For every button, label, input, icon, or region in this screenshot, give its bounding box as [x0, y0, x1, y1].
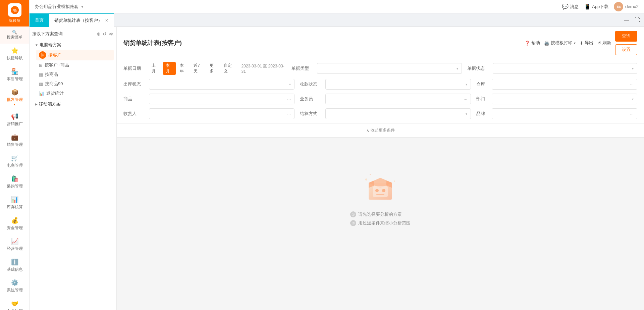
date-tab-custom[interactable]: 自定义: [221, 62, 237, 75]
goods-label: 商品: [123, 96, 144, 102]
collapse-button[interactable]: ∧ 收起更多条件: [362, 126, 399, 135]
filter-row-3: 商品 ··· 业务员 ··· 部门 ▾: [123, 94, 637, 104]
svg-point-11: [394, 180, 395, 182]
wholesale-icon: 📦: [11, 89, 18, 96]
warehouse-more-icon: ···: [630, 82, 634, 87]
tree-group-desktop-label[interactable]: ▼ 电脑端方案: [32, 40, 114, 50]
print-btn[interactable]: 🖨️ 按模板打印 ▾: [544, 40, 576, 46]
settlement-label: 结算方式: [300, 111, 320, 117]
receipt-status-label: 收款状态: [300, 81, 320, 87]
sidebar-item-marketing[interactable]: 📢 营销推广: [0, 109, 29, 130]
out-status-control[interactable]: ▾: [149, 79, 294, 90]
order-status-control[interactable]: ▾: [493, 63, 637, 74]
tree-item-by-goods[interactable]: ▦ 按商品: [36, 70, 114, 79]
svg-rect-6: [373, 186, 388, 197]
sidebar-item-system[interactable]: ⚙️ 系统管理: [0, 276, 29, 297]
date-tab-last7[interactable]: 近7天: [191, 62, 206, 75]
refresh-btn[interactable]: ↺ 刷新: [597, 40, 611, 46]
tip-item-2: ② 用过滤条件来缩小分析范围: [350, 220, 411, 226]
svg-text:畅: 畅: [13, 8, 16, 12]
department-control[interactable]: ▾: [492, 94, 637, 104]
window-minimize-btn[interactable]: —: [623, 16, 631, 24]
out-status-label: 出库状态: [123, 81, 144, 87]
app-title-dropdown[interactable]: ▾: [81, 4, 84, 9]
refresh-scheme-icon[interactable]: ↺: [103, 31, 107, 37]
date-tab-more[interactable]: 更多: [207, 62, 220, 75]
window-maximize-btn[interactable]: ⛶: [633, 16, 641, 24]
order-type-label: 单据类型: [291, 65, 312, 71]
query-button[interactable]: 查询: [615, 31, 637, 42]
order-type-control[interactable]: ▾: [317, 63, 462, 74]
right-content: 销货单统计表(按客户) ❓ 帮助 🖨️ 按模板打印 ▾ ⬇ 导出: [117, 27, 644, 310]
receipt-status-arrow: ▾: [466, 83, 467, 86]
app-title: 办公用品行业模拟账套: [35, 4, 78, 10]
svg-point-10: [365, 178, 367, 180]
filter-row-2: 出库状态 ▾ 收款状态 ▾ 仓库 ···: [123, 79, 637, 90]
export-btn[interactable]: ⬇ 导出: [580, 40, 593, 46]
left-panel-title: 按以下方案查询: [32, 31, 63, 37]
tab-bar: 首页 销货单统计表（按客户） ✕ — ⛶: [30, 13, 644, 27]
brand-control[interactable]: ···: [492, 108, 637, 119]
tab-home[interactable]: 首页: [30, 13, 49, 27]
tab-actions: — ⛶: [623, 16, 644, 24]
order-status-label: 单据状态: [467, 65, 487, 71]
basic-icon: ℹ️: [11, 258, 18, 266]
consignee-control[interactable]: ···: [149, 108, 294, 119]
tab-sales-stat-label: 销货单统计表（按客户）: [54, 17, 102, 23]
sidebar-item-inventory[interactable]: 📊 库存核算: [0, 193, 29, 213]
empty-state: ① 请先选择要分析的方案 ② 用过滤条件来缩小分析范围: [117, 138, 644, 256]
date-tab-this-year[interactable]: 本年: [177, 62, 190, 75]
tree-group-mobile-label[interactable]: ▶ 移动端方案: [32, 99, 114, 109]
date-tab-this-month[interactable]: 本月: [163, 62, 176, 75]
date-tab-last-month[interactable]: 上月: [149, 62, 162, 75]
sidebar-item-search[interactable]: 🔍 搜索菜单: [0, 27, 29, 44]
sidebar-item-wholesale[interactable]: 📦 批发管理 ▲: [0, 85, 29, 109]
header-left: 办公用品行业模拟账套 ▾: [35, 4, 84, 10]
sidebar-item-enterprise[interactable]: 🤝 企业协同: [0, 297, 29, 310]
tab-close-icon[interactable]: ✕: [105, 18, 108, 23]
print-dropdown-icon: ▾: [574, 41, 576, 45]
tab-sales-stat[interactable]: 销货单统计表（按客户） ✕: [49, 13, 114, 27]
message-icon: 💬: [562, 3, 569, 10]
ecommerce-icon: 🛒: [11, 154, 18, 162]
salesperson-control[interactable]: ···: [325, 94, 471, 104]
tree-item-by-customer[interactable]: 按 按客户: [36, 50, 114, 60]
help-icon: ❓: [525, 41, 530, 46]
sidebar-item-quicknav[interactable]: ⭐ 快捷导航: [0, 44, 29, 64]
left-panel-actions: ⊕ ↺ ≪: [97, 31, 114, 37]
sidebar-item-ecommerce[interactable]: 🛒 电商管理: [0, 151, 29, 172]
tree-item-by-customer-goods[interactable]: ⊞ 按客户+商品: [36, 60, 114, 70]
settings-button[interactable]: 设置: [615, 44, 637, 55]
sidebar-item-basic[interactable]: ℹ️ 基础信息: [0, 255, 29, 276]
sidebar-item-purchase[interactable]: 🛍️ 采购管理: [0, 172, 29, 193]
customer-circle-icon: 按: [39, 51, 46, 59]
goods-control[interactable]: ···: [149, 94, 294, 104]
warehouse-control[interactable]: ···: [492, 79, 637, 90]
marketing-icon: 📢: [11, 113, 18, 120]
message-btn[interactable]: 💬 消息: [562, 3, 579, 10]
grid-icon: ⊞: [39, 63, 43, 68]
query-btn-group: 查询 设置: [615, 31, 637, 55]
department-arrow: ▾: [632, 97, 634, 101]
tree-item-by-goods99[interactable]: ▦ 按商品99: [36, 79, 114, 89]
receipt-status-control[interactable]: ▾: [325, 79, 471, 90]
user-profile[interactable]: Ea demo2: [614, 2, 639, 11]
collapse-panel-icon[interactable]: ≪: [109, 31, 114, 37]
date-range: 2023-03-01 至 2023-03-31: [241, 63, 286, 74]
add-scheme-icon[interactable]: ⊕: [97, 31, 101, 37]
page-body: 按以下方案查询 ⊕ ↺ ≪ ▼ 电脑端方案 按 按客户: [30, 27, 644, 310]
app-download-btn[interactable]: 📱 App下载: [584, 3, 608, 10]
sidebar-item-sales[interactable]: 💼 销售管理: [0, 130, 29, 151]
sidebar-item-finance[interactable]: 💰 资金管理: [0, 213, 29, 234]
purchase-icon: 🛍️: [11, 175, 18, 183]
consignee-more-icon: ···: [287, 111, 291, 116]
settlement-control[interactable]: ▾: [325, 108, 471, 119]
sidebar-item-retail[interactable]: 🏪 零售管理: [0, 64, 29, 85]
sidebar-item-operation[interactable]: 📈 经营管理: [0, 234, 29, 255]
help-btn[interactable]: ❓ 帮助: [525, 40, 540, 46]
header-actions: ❓ 帮助 🖨️ 按模板打印 ▾ ⬇ 导出 ↺ 刷新: [525, 31, 637, 55]
tree-item-return-stat[interactable]: 📊 退货统计: [36, 89, 114, 98]
table2-icon: ▦: [39, 82, 43, 87]
order-status-arrow: ▾: [632, 67, 634, 70]
logo-area[interactable]: 畅 标账员: [0, 0, 29, 27]
